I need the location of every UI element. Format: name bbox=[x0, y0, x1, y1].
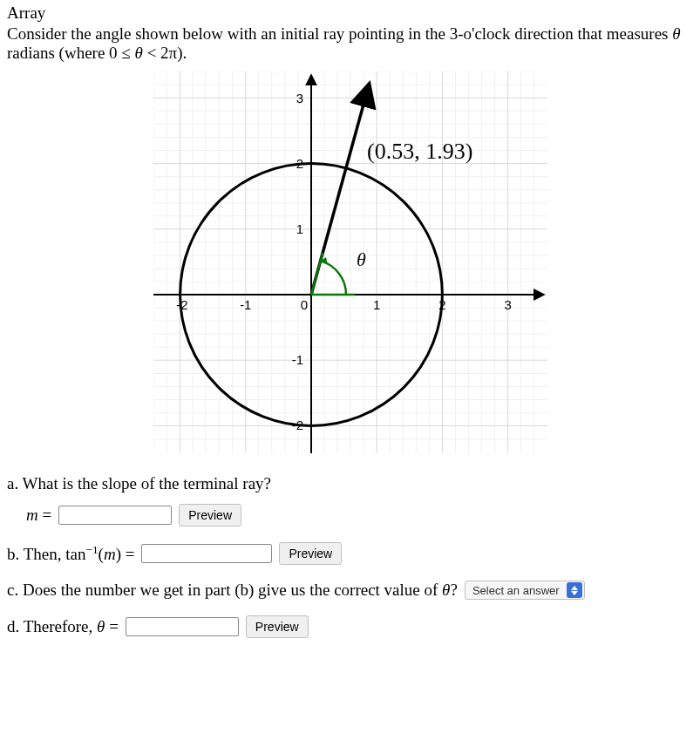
problem-prompt: Consider the angle shown below with an i… bbox=[7, 24, 693, 63]
question-c: c. Does the number we get in part (b) gi… bbox=[7, 581, 693, 600]
svg-text:2: 2 bbox=[296, 156, 302, 171]
svg-text:3: 3 bbox=[504, 297, 511, 312]
question-a: a. What is the slope of the terminal ray… bbox=[7, 474, 693, 493]
m-equals-label: m = bbox=[26, 506, 51, 525]
select-placeholder: Select an answer bbox=[466, 584, 567, 597]
prompt-text: radians (where 0 ≤ bbox=[7, 44, 135, 62]
svg-text:-1: -1 bbox=[291, 352, 302, 367]
select-arrow-icon bbox=[567, 582, 582, 598]
svg-line-62 bbox=[311, 253, 323, 295]
figure-container: -2 -1 0 1 2 3 1 2 3 -1 -2 θ (0.53, 1.93) bbox=[7, 71, 693, 453]
prompt-text: Consider the angle shown below with an i… bbox=[7, 24, 672, 43]
terminal-point-label: (0.53, 1.93) bbox=[367, 139, 472, 164]
svg-text:-2: -2 bbox=[291, 418, 302, 432]
d-label: d. Therefore, θ = bbox=[7, 617, 119, 636]
slope-input[interactable] bbox=[58, 506, 172, 525]
svg-text:2: 2 bbox=[438, 297, 445, 312]
arctan-input[interactable] bbox=[141, 544, 272, 563]
theta-var: θ bbox=[135, 44, 143, 62]
svg-text:3: 3 bbox=[296, 91, 302, 105]
c-label: c. Does the number we get in part (b) gi… bbox=[7, 581, 458, 600]
svg-text:0: 0 bbox=[300, 297, 307, 312]
prompt-text: < 2π). bbox=[143, 44, 187, 62]
theta-var: θ bbox=[672, 24, 680, 43]
svg-text:1: 1 bbox=[373, 297, 380, 312]
preview-button-a[interactable]: Preview bbox=[179, 504, 241, 526]
theta-label: θ bbox=[357, 248, 366, 270]
b-label: b. Then, tan−1(m) = bbox=[7, 543, 134, 564]
question-b: b. Then, tan−1(m) = Preview bbox=[7, 542, 693, 565]
unit-circle-figure: -2 -1 0 1 2 3 1 2 3 -1 -2 θ (0.53, 1.93) bbox=[153, 71, 547, 453]
svg-text:1: 1 bbox=[296, 221, 302, 236]
answer-select[interactable]: Select an answer bbox=[465, 581, 585, 600]
theta-input[interactable] bbox=[126, 617, 239, 636]
question-d: d. Therefore, θ = Preview bbox=[7, 615, 693, 638]
preview-button-d[interactable]: Preview bbox=[246, 615, 309, 638]
page-title: Array bbox=[7, 3, 693, 23]
svg-text:-1: -1 bbox=[240, 297, 251, 312]
preview-button-b[interactable]: Preview bbox=[279, 542, 342, 565]
svg-text:-2: -2 bbox=[176, 297, 187, 312]
